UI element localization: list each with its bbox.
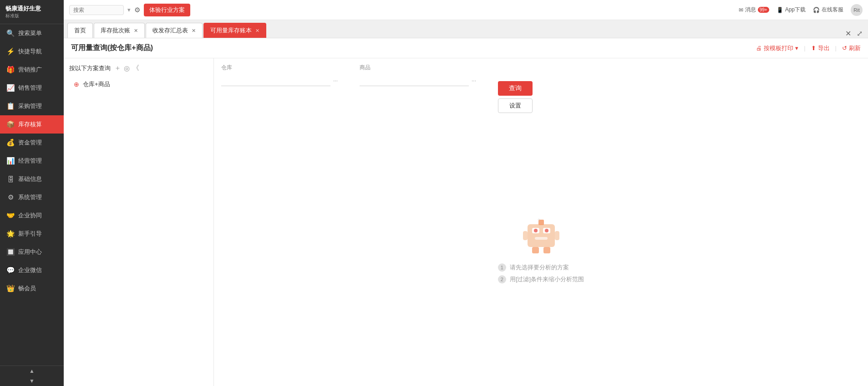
appcenter-icon: 🔲 (6, 248, 15, 256)
newbie-icon: 🌟 (6, 230, 15, 238)
finance-icon: 💰 (6, 139, 15, 147)
sidebar-item-cooperation[interactable]: 🤝 企业协同 (0, 206, 64, 225)
refresh-icon: ↺ (842, 45, 847, 51)
tabbar: 首页 库存批次账 ✕ 收发存汇总表 ✕ 可用量库存账本 ✕ ✕ ⤢ (64, 20, 868, 38)
scroll-down-icon[interactable]: ▼ (29, 378, 35, 384)
sidebar-item-label: 新手引导 (18, 230, 42, 238)
sidebar-item-basic[interactable]: 🗄 基础信息 (0, 170, 64, 188)
sidebar-item-label: 企业协同 (18, 211, 42, 220)
headset-icon: 🎧 (813, 7, 820, 13)
topbar: ▾ ⚙ 体验行业方案 ✉ 消息 99+ 📱 App下载 🎧 在线客服 Rit (64, 0, 868, 20)
sidebar-item-system[interactable]: ⚙ 系统管理 (0, 188, 64, 206)
sidebar-item-finance[interactable]: 💰 资金管理 (0, 134, 64, 152)
mobile-icon: 📱 (777, 7, 783, 13)
message-btn[interactable]: ✉ 消息 99+ (739, 6, 769, 14)
svg-rect-9 (532, 247, 539, 253)
query-area: 仓库 ··· 商品 ··· 查询 设置 (214, 58, 868, 386)
svg-rect-7 (523, 231, 528, 240)
svg-text:?: ? (538, 218, 540, 223)
notification-badge: 99+ (758, 7, 769, 13)
refresh-button[interactable]: ↺ 刷新 (842, 44, 861, 52)
sidebar-item-label: 快捷导航 (18, 47, 42, 56)
scheme-icon: ⊕ (74, 81, 79, 88)
maximize-window-button[interactable]: ⤢ (855, 29, 864, 38)
add-scheme-button[interactable]: ＋ (114, 64, 121, 72)
filter-panel-actions: ＋ ◎ 《 (114, 64, 139, 72)
svg-rect-5 (535, 237, 548, 240)
search-icon: 🔍 (6, 29, 15, 37)
chevron-down-icon[interactable]: ▾ (127, 6, 131, 13)
topbar-right: ✉ 消息 99+ 📱 App下载 🎧 在线客服 Rit (739, 4, 863, 16)
query-buttons: 查询 设置 (498, 64, 533, 113)
tab-home[interactable]: 首页 (67, 23, 93, 38)
sidebar-item-label: 经营管理 (18, 157, 42, 165)
print-button[interactable]: 🖨 按模板打印 ▾ (756, 44, 798, 52)
purchase-icon: 📋 (6, 102, 15, 110)
sidebar-item-purchase[interactable]: 📋 采购管理 (0, 97, 64, 115)
tab-batch-account[interactable]: 库存批次账 ✕ (94, 23, 145, 38)
message-icon: ✉ (739, 7, 743, 13)
svg-rect-0 (528, 224, 555, 247)
tab-summary[interactable]: 收发存汇总表 ✕ (146, 23, 203, 38)
sidebar-item-newbie[interactable]: 🌟 新手引导 (0, 225, 64, 243)
sidebar-item-shortcut[interactable]: ⚡ 快捷导航 (0, 42, 64, 61)
close-icon[interactable]: ✕ (255, 28, 259, 34)
search-input[interactable] (69, 5, 124, 15)
tab-label: 库存批次账 (101, 26, 130, 35)
filter-scheme-label: 仓库+商品 (83, 80, 110, 88)
warehouse-label: 仓库 (221, 64, 349, 72)
gift-icon: 🎁 (6, 66, 15, 74)
tip-num-1: 1 (498, 263, 506, 272)
sidebar-item-label: 畅会员 (18, 284, 36, 293)
svg-point-3 (534, 229, 538, 232)
scroll-up-icon[interactable]: ▲ (29, 368, 35, 374)
flash-icon: ⚡ (6, 47, 15, 56)
dropdown-icon: ▾ (795, 45, 798, 51)
online-service-btn[interactable]: 🎧 在线客服 (813, 6, 843, 14)
goods-input-row: ··· (360, 75, 487, 86)
cooperation-icon: 🤝 (6, 211, 15, 220)
svg-rect-10 (543, 247, 550, 253)
sidebar-item-label: 系统管理 (18, 193, 42, 201)
gear-icon[interactable]: ⚙ (134, 6, 140, 14)
collapse-panel-button[interactable]: 《 (132, 64, 139, 72)
tab-available[interactable]: 可用量库存账本 ✕ (203, 23, 266, 38)
sidebar-item-search[interactable]: 🔍 搜索菜单 (0, 24, 64, 42)
empty-illustration: ? (518, 211, 564, 256)
close-window-button[interactable]: ✕ (843, 29, 853, 38)
svg-point-4 (545, 229, 548, 232)
message-label: 消息 (745, 6, 756, 14)
sidebar-item-label: 销售管理 (18, 84, 42, 92)
sidebar-item-appcenter[interactable]: 🔲 应用中心 (0, 243, 64, 261)
page-header: 可用量查询(按仓库+商品) 🖨 按模板打印 ▾ | ⬆ 导出 | ↺ 刷新 (64, 38, 868, 58)
goods-input[interactable] (360, 75, 469, 86)
svg-rect-8 (555, 231, 559, 240)
sidebar-item-inventory[interactable]: 📦 库存核算 (0, 115, 64, 134)
inventory-icon: 📦 (6, 120, 15, 129)
sidebar-item-member[interactable]: 👑 畅会员 (0, 279, 64, 298)
empty-tips: 1 请先选择要分析的方案 2 用[过滤]条件来缩小分析范围 (498, 263, 584, 283)
sales-icon: 📈 (6, 84, 15, 92)
app-download-btn[interactable]: 📱 App下载 (777, 6, 806, 14)
warehouse-input[interactable] (221, 75, 330, 86)
sidebar-item-sales[interactable]: 📈 销售管理 (0, 79, 64, 97)
close-icon[interactable]: ✕ (192, 28, 196, 34)
query-button[interactable]: 查询 (498, 81, 533, 96)
trial-button[interactable]: 体验行业方案 (144, 4, 190, 16)
avatar[interactable]: Rit (851, 4, 863, 16)
filter-panel-title: 按以下方案查询 ＋ ◎ 《 (69, 64, 208, 72)
warehouse-input-row: ··· (221, 75, 349, 86)
goods-more-button[interactable]: ··· (472, 77, 476, 84)
settings-button[interactable]: 设置 (498, 98, 533, 113)
sidebar-item-operation[interactable]: 📊 经营管理 (0, 152, 64, 170)
sidebar-item-label: 搜索菜单 (18, 29, 42, 37)
sidebar-item-wechat[interactable]: 💬 企业微信 (0, 261, 64, 279)
settings-scheme-button[interactable]: ◎ (124, 64, 130, 72)
export-button[interactable]: ⬆ 导出 (811, 44, 830, 52)
filter-scheme-item[interactable]: ⊕ 仓库+商品 (69, 77, 208, 92)
page-actions: 🖨 按模板打印 ▾ | ⬆ 导出 | ↺ 刷新 (756, 44, 861, 52)
warehouse-more-button[interactable]: ··· (333, 77, 338, 84)
sidebar-item-marketing[interactable]: 🎁 营销推广 (0, 61, 64, 79)
close-icon[interactable]: ✕ (134, 28, 138, 34)
warehouse-field-group: 仓库 ··· (221, 64, 349, 86)
